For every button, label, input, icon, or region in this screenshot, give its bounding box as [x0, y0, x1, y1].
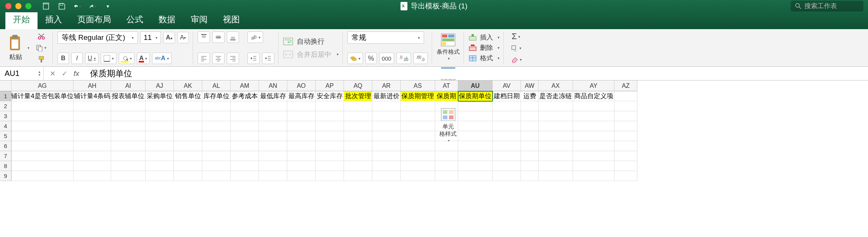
cell-AG3[interactable]	[11, 111, 74, 121]
cell-AV8[interactable]	[493, 161, 521, 171]
cell-AO4[interactable]	[287, 121, 316, 131]
cell-AT7[interactable]	[435, 151, 458, 161]
cell-AQ9[interactable]	[344, 171, 372, 181]
cell-AX5[interactable]	[539, 131, 573, 141]
cell-AT2[interactable]	[435, 101, 458, 111]
paste-button[interactable]: 粘贴	[8, 34, 24, 61]
cell-AV7[interactable]	[493, 151, 521, 161]
cell-AU4[interactable]	[458, 121, 493, 131]
cell-AX1[interactable]: 是否走冻链	[539, 91, 573, 101]
increase-indent-button[interactable]	[262, 53, 274, 64]
cell-AZ9[interactable]	[614, 171, 637, 181]
bold-button[interactable]: B	[57, 53, 69, 64]
cell-AR7[interactable]	[372, 151, 401, 161]
cell-AO6[interactable]	[287, 141, 316, 151]
font-name-select[interactable]: 等线 Regular (正文)	[57, 31, 138, 44]
cell-AG2[interactable]	[11, 101, 74, 111]
cell-AG7[interactable]	[11, 151, 74, 161]
cell-AW3[interactable]	[521, 111, 539, 121]
cell-AN6[interactable]	[259, 141, 287, 151]
col-header-AN[interactable]: AN	[259, 81, 287, 91]
number-format-select[interactable]: 常规	[347, 31, 424, 44]
cell-AU6[interactable]	[458, 141, 493, 151]
cell-AZ1[interactable]	[614, 91, 637, 101]
cell-AP1[interactable]: 安全库存	[316, 91, 344, 101]
cell-AI3[interactable]	[111, 111, 146, 121]
cell-AM7[interactable]	[231, 151, 259, 161]
increase-decimal-button[interactable]: .0.00	[396, 53, 411, 64]
close-window-button[interactable]	[5, 3, 11, 9]
cell-AJ6[interactable]	[146, 141, 174, 151]
row-header-5[interactable]: 5	[0, 131, 11, 141]
cell-AM8[interactable]	[231, 161, 259, 171]
accept-formula-button[interactable]: ✓	[62, 69, 67, 78]
cell-AL3[interactable]	[202, 111, 231, 121]
cell-AY8[interactable]	[573, 161, 614, 171]
cell-AH3[interactable]	[74, 111, 111, 121]
increase-font-button[interactable]: A▴	[163, 32, 175, 43]
col-header-AT[interactable]: AT	[435, 81, 458, 91]
cell-AW4[interactable]	[521, 121, 539, 131]
cell-AI1[interactable]: 报表辅单位	[111, 91, 146, 101]
cell-AO1[interactable]: 最高库存	[287, 91, 316, 101]
cell-AZ4[interactable]	[614, 121, 637, 131]
cell-AY2[interactable]	[573, 101, 614, 111]
cell-AI2[interactable]	[111, 101, 146, 111]
cell-AS7[interactable]	[401, 151, 435, 161]
cell-AX4[interactable]	[539, 121, 573, 131]
cell-AZ8[interactable]	[614, 161, 637, 171]
cell-AW9[interactable]	[521, 171, 539, 181]
conditional-format-button[interactable]: 条件格式	[437, 32, 460, 61]
cell-AI7[interactable]	[111, 151, 146, 161]
cell-AN1[interactable]: 最低库存	[259, 91, 287, 101]
tab-3[interactable]: 公式	[119, 11, 151, 29]
decrease-font-button[interactable]: A▾	[177, 32, 189, 43]
row-header-2[interactable]: 2	[0, 101, 11, 111]
cell-AQ8[interactable]	[344, 161, 372, 171]
cell-AT5[interactable]	[435, 131, 458, 141]
align-top-button[interactable]	[198, 31, 210, 43]
cell-AL8[interactable]	[202, 161, 231, 171]
cell-AL1[interactable]: 库存单位	[202, 91, 231, 101]
cell-AU5[interactable]	[458, 131, 493, 141]
align-left-button[interactable]	[198, 53, 210, 64]
col-header-AV[interactable]: AV	[493, 81, 521, 91]
cell-AK1[interactable]: 销售单位	[174, 91, 202, 101]
cell-AO5[interactable]	[287, 131, 316, 141]
cell-AP4[interactable]	[316, 121, 344, 131]
cell-AR1[interactable]: 最新进价	[372, 91, 401, 101]
select-all-corner[interactable]	[0, 81, 11, 91]
row-header-7[interactable]: 7	[0, 151, 11, 161]
col-header-AR[interactable]: AR	[372, 81, 401, 91]
cell-AY3[interactable]	[573, 111, 614, 121]
cell-AP8[interactable]	[316, 161, 344, 171]
align-center-button[interactable]	[212, 53, 224, 64]
cell-AV4[interactable]	[493, 121, 521, 131]
clear-button[interactable]	[508, 55, 524, 64]
cell-AH8[interactable]	[74, 161, 111, 171]
col-header-AS[interactable]: AS	[401, 81, 435, 91]
cell-AL7[interactable]	[202, 151, 231, 161]
cell-AJ4[interactable]	[146, 121, 174, 131]
paste-dropdown[interactable]: ▾	[25, 45, 31, 51]
cell-AN7[interactable]	[259, 151, 287, 161]
col-header-AL[interactable]: AL	[202, 81, 231, 91]
cell-AI6[interactable]	[111, 141, 146, 151]
row-header-9[interactable]: 9	[0, 171, 11, 181]
cell-AS1[interactable]: 保质期管理	[401, 91, 435, 101]
cell-AX6[interactable]	[539, 141, 573, 151]
cell-AZ5[interactable]	[614, 131, 637, 141]
fill-color-button[interactable]	[119, 53, 134, 64]
cell-AH7[interactable]	[74, 151, 111, 161]
cell-AU3[interactable]	[458, 111, 493, 121]
cell-AQ7[interactable]	[344, 151, 372, 161]
name-box-down[interactable]: ▼	[38, 74, 41, 77]
cell-AN5[interactable]	[259, 131, 287, 141]
cell-AI8[interactable]	[111, 161, 146, 171]
cell-AN4[interactable]	[259, 121, 287, 131]
cell-AJ5[interactable]	[146, 131, 174, 141]
fill-button[interactable]	[508, 44, 524, 53]
cell-AI9[interactable]	[111, 171, 146, 181]
row-header-3[interactable]: 3	[0, 111, 11, 121]
cell-AH2[interactable]	[74, 101, 111, 111]
